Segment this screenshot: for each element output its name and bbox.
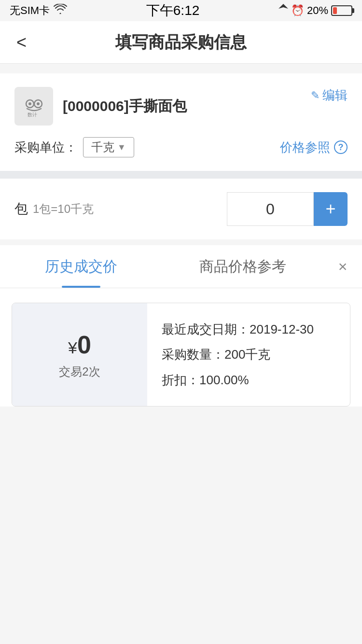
unit-conversion: 1包=10千克 — [33, 201, 94, 217]
trade-date-row: 最近成交日期：2019-12-30 — [162, 321, 335, 338]
tab-history-label: 历史成交价 — [45, 257, 117, 277]
product-footer: 采购单位： 千克 ▼ 价格参照 ? — [14, 137, 348, 157]
product-name: [0000006]手撕面包 — [63, 97, 187, 116]
status-bar: 无SIM卡 下午6:12 ⏰ 20% — [0, 0, 362, 21]
quantity-controls: 0 + — [227, 192, 348, 226]
section-divider — [0, 171, 362, 179]
tabs-header: 历史成交价 商品价格参考 × — [0, 245, 362, 288]
unit-short: 包 — [14, 200, 28, 218]
price-ref-label: 价格参照 — [280, 139, 330, 156]
battery-percent: 20% — [307, 4, 328, 17]
quantity-plus-button[interactable]: + — [314, 192, 348, 226]
wifi-icon — [54, 4, 67, 17]
page-title: 填写商品采购信息 — [115, 31, 247, 54]
svg-point-3 — [37, 102, 40, 105]
trade-count: 交易2次 — [59, 364, 100, 379]
back-button[interactable]: < — [12, 28, 31, 57]
trade-info-panel: 最近成交日期：2019-12-30 采购数量：200千克 折扣：100.00% — [147, 303, 350, 406]
status-time: 下午6:12 — [146, 1, 200, 20]
bottom-area — [0, 421, 362, 644]
nav-bar: < 填写商品采购信息 — [0, 21, 362, 64]
tab-price-ref[interactable]: 商品价格参考 — [162, 245, 323, 288]
trade-qty-value: 200千克 — [224, 347, 270, 362]
status-right: ⏰ 20% — [278, 4, 352, 17]
svg-point-1 — [28, 102, 31, 105]
tab-close-button[interactable]: × — [323, 245, 362, 288]
quantity-label: 包 1包=10千克 — [14, 200, 94, 218]
trade-qty-label: 采购数量： — [162, 347, 224, 362]
product-header: 数计 [0000006]手撕面包 ✎ 编辑 — [14, 87, 348, 126]
trade-discount-label: 折扣： — [162, 373, 199, 387]
product-card: 数计 [0000006]手撕面包 ✎ 编辑 采购单位： 千克 ▼ 价格参照 ? — [0, 73, 362, 171]
recent-date-label: 最近成交日期： — [162, 322, 250, 336]
tab-price-ref-label: 商品价格参考 — [199, 257, 286, 277]
trade-price-panel: ¥0 交易2次 — [12, 303, 147, 406]
trade-discount-value: 100.00% — [199, 373, 249, 387]
yen-symbol: ¥ — [68, 338, 77, 357]
trade-card: ¥0 交易2次 最近成交日期：2019-12-30 采购数量：200千克 折扣：… — [12, 303, 350, 406]
unit-value: 千克 — [91, 140, 114, 155]
unit-row: 采购单位： 千克 ▼ — [14, 137, 134, 157]
edit-icon: ✎ — [311, 89, 320, 102]
battery-fill — [333, 7, 337, 14]
carrier-text: 无SIM卡 — [10, 3, 50, 18]
price-ref-button[interactable]: 价格参照 ? — [280, 139, 348, 156]
tab-history-price[interactable]: 历史成交价 — [0, 245, 162, 288]
edit-label: 编辑 — [322, 87, 348, 104]
tabs-section: 历史成交价 商品价格参考 × ¥0 交易2次 最近成交日期：2019-12-30… — [0, 245, 362, 406]
unit-selector[interactable]: 千克 ▼ — [83, 137, 134, 157]
chevron-down-icon: ▼ — [117, 142, 126, 153]
quantity-input[interactable]: 0 — [227, 192, 314, 226]
edit-button[interactable]: ✎ 编辑 — [311, 87, 348, 104]
product-thumbnail: 数计 — [14, 87, 53, 126]
trade-price-value: ¥0 — [68, 330, 91, 359]
recent-date-value: 2019-12-30 — [250, 322, 314, 336]
status-left: 无SIM卡 — [10, 3, 67, 18]
svg-text:数计: 数计 — [28, 112, 37, 117]
trade-discount-row: 折扣：100.00% — [162, 371, 335, 389]
help-icon: ? — [334, 140, 348, 154]
trade-qty-row: 采购数量：200千克 — [162, 346, 335, 363]
location-icon — [278, 4, 288, 17]
product-left: 数计 [0000006]手撕面包 — [14, 87, 187, 126]
battery-indicator — [331, 5, 352, 16]
unit-label: 采购单位： — [14, 139, 77, 156]
alarm-icon: ⏰ — [291, 4, 304, 17]
quantity-row: 包 1包=10千克 0 + — [0, 179, 362, 239]
